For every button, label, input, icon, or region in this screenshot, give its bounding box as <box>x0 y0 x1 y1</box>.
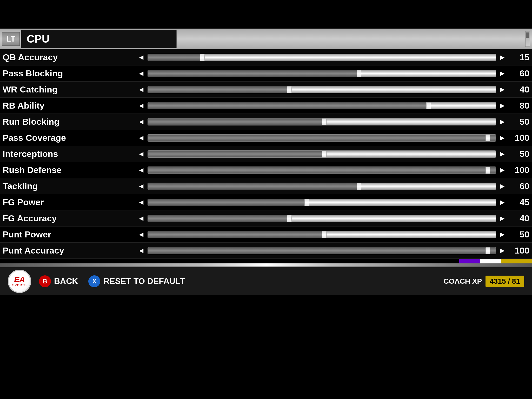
stat-value: 40 <box>506 84 529 95</box>
stat-row[interactable]: Tackling◄►60 <box>0 178 532 194</box>
back-label: BACK <box>54 276 78 286</box>
slider-track[interactable] <box>148 70 496 77</box>
slider-track[interactable] <box>148 102 496 109</box>
arrow-left-icon[interactable]: ◄ <box>138 118 145 126</box>
slider-area: ◄► <box>138 182 506 190</box>
stat-value: 15 <box>506 52 529 62</box>
slider-area: ◄► <box>138 198 506 207</box>
slider-thumb <box>304 199 309 206</box>
slider-area: ◄► <box>138 166 506 174</box>
arrow-right-icon[interactable]: ► <box>499 69 506 78</box>
stat-row[interactable]: Punt Accuracy◄►100 <box>0 243 532 259</box>
stat-label: WR Catching <box>3 84 138 95</box>
arrow-right-icon[interactable]: ► <box>499 53 506 62</box>
stat-label: Punt Accuracy <box>3 245 138 256</box>
stat-row[interactable]: Pass Blocking◄►60 <box>0 65 532 82</box>
stat-value: 100 <box>506 245 529 256</box>
stat-label: QB Accuracy <box>3 52 138 62</box>
slider-track[interactable] <box>148 247 496 254</box>
slider-track[interactable] <box>148 167 496 174</box>
back-btn-item[interactable]: B BACK <box>39 275 78 287</box>
stat-row[interactable]: Interceptions◄►50 <box>0 146 532 162</box>
slider-track[interactable] <box>148 231 496 238</box>
stat-value: 50 <box>506 229 529 240</box>
arrow-right-icon[interactable]: ► <box>499 182 506 190</box>
slider-track[interactable] <box>148 86 496 93</box>
slider-area: ◄► <box>138 134 506 142</box>
arrow-right-icon[interactable]: ► <box>499 85 506 94</box>
arrow-left-icon[interactable]: ◄ <box>138 53 145 62</box>
stat-row[interactable]: RB Ability◄►80 <box>0 98 532 114</box>
slider-track[interactable] <box>148 150 496 158</box>
button-group: B BACK X RESET TO DEFAULT <box>39 275 185 287</box>
arrow-right-icon[interactable]: ► <box>499 247 506 255</box>
stat-row[interactable]: WR Catching◄►40 <box>0 82 532 98</box>
slider-fill <box>148 86 287 93</box>
tab-cpu[interactable]: CPU <box>21 30 177 48</box>
slider-fill <box>148 183 357 190</box>
slider-area: ◄► <box>138 69 506 78</box>
slider-thumb <box>322 151 327 158</box>
arrow-right-icon[interactable]: ► <box>499 134 506 142</box>
slider-area: ◄► <box>138 102 506 110</box>
slider-fill <box>148 151 322 157</box>
slider-fill <box>148 247 496 254</box>
stat-value: 50 <box>506 117 529 127</box>
stat-value: 100 <box>506 165 529 175</box>
arrow-right-icon[interactable]: ► <box>499 150 506 158</box>
arrow-left-icon[interactable]: ◄ <box>138 134 145 142</box>
slider-thumb <box>426 102 431 109</box>
slider-thumb <box>486 247 490 254</box>
header-bar: LT CPU <box>0 29 532 49</box>
slider-track[interactable] <box>148 134 496 142</box>
stat-label: FG Accuracy <box>3 213 138 223</box>
arrow-left-icon[interactable]: ◄ <box>138 150 145 158</box>
slider-track[interactable] <box>148 183 496 190</box>
stat-row[interactable]: Run Blocking◄►50 <box>0 114 532 130</box>
stat-row[interactable]: FG Accuracy◄►40 <box>0 210 532 227</box>
arrow-left-icon[interactable]: ◄ <box>138 85 145 94</box>
stat-value: 60 <box>506 68 529 78</box>
stat-label: Rush Defense <box>3 165 138 175</box>
arrow-right-icon[interactable]: ► <box>499 118 506 126</box>
x-button[interactable]: X <box>88 275 100 287</box>
arrow-right-icon[interactable]: ► <box>499 166 506 174</box>
stat-value: 50 <box>506 149 529 159</box>
stat-label: Tackling <box>3 181 138 191</box>
stat-label: Pass Blocking <box>3 68 138 78</box>
stat-row[interactable]: QB Accuracy◄►15 <box>0 49 532 65</box>
slider-track[interactable] <box>148 215 496 222</box>
gradient-band <box>0 263 532 267</box>
slider-area: ◄► <box>138 53 506 62</box>
arrow-right-icon[interactable]: ► <box>499 198 506 207</box>
stat-value: 60 <box>506 181 529 191</box>
stat-row[interactable]: Pass Coverage◄►100 <box>0 130 532 146</box>
scrollbar-thumb <box>526 32 529 38</box>
slider-fill <box>148 231 322 238</box>
arrow-right-icon[interactable]: ► <box>499 214 506 223</box>
b-button[interactable]: B <box>39 275 51 287</box>
arrow-right-icon[interactable]: ► <box>499 102 506 110</box>
stat-label: Run Blocking <box>3 117 138 127</box>
arrow-left-icon[interactable]: ◄ <box>138 230 145 239</box>
slider-track[interactable] <box>148 118 496 125</box>
reset-btn-item[interactable]: X RESET TO DEFAULT <box>88 275 185 287</box>
slider-track[interactable] <box>148 54 496 61</box>
tab-lt[interactable]: LT <box>2 32 20 46</box>
slider-thumb <box>486 135 490 142</box>
arrow-left-icon[interactable]: ◄ <box>138 166 145 174</box>
arrow-right-icon[interactable]: ► <box>499 230 506 239</box>
arrow-left-icon[interactable]: ◄ <box>138 102 145 110</box>
slider-track[interactable] <box>148 199 496 206</box>
arrow-left-icon[interactable]: ◄ <box>138 247 145 255</box>
arrow-left-icon[interactable]: ◄ <box>138 214 145 223</box>
stats-container: QB Accuracy◄►15Pass Blocking◄►60WR Catch… <box>0 49 532 259</box>
scrollbar[interactable] <box>525 31 530 47</box>
stat-row[interactable]: FG Power◄►45 <box>0 194 532 210</box>
arrow-left-icon[interactable]: ◄ <box>138 69 145 78</box>
arrow-left-icon[interactable]: ◄ <box>138 182 145 190</box>
ea-text: EA <box>14 276 25 283</box>
stat-row[interactable]: Rush Defense◄►100 <box>0 162 532 178</box>
stat-row[interactable]: Punt Power◄►50 <box>0 227 532 243</box>
arrow-left-icon[interactable]: ◄ <box>138 198 145 207</box>
